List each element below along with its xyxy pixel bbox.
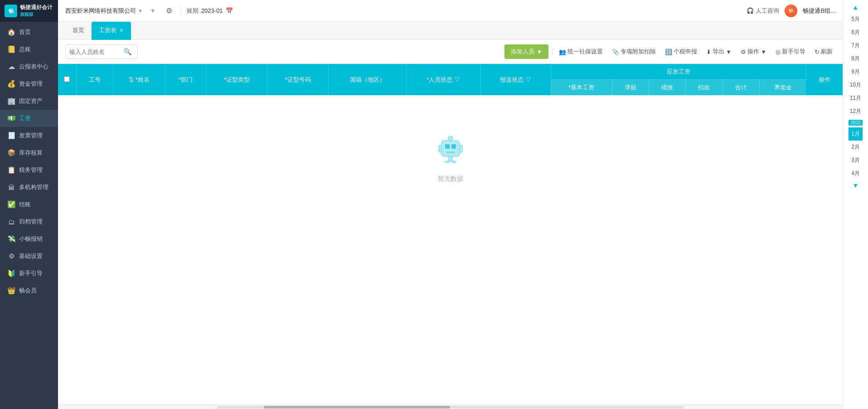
nav-label-tax: 税务管理 [19, 166, 43, 174]
nav-icon-cloud-report: ☁ [7, 63, 15, 71]
headset-icon: 🎧 [747, 7, 754, 14]
sidebar-item-cloud-report[interactable]: ☁云报表中心 [0, 58, 58, 75]
sidebar-item-invoice[interactable]: 🧾发票管理 [0, 127, 58, 144]
th-deduction: 扣款 [686, 80, 723, 96]
nav-label-salary: 工资 [19, 114, 31, 122]
calendar-icon[interactable]: 📅 [226, 7, 233, 14]
th-name: ⇅ *姓名 [113, 64, 165, 95]
tab-salary-table[interactable]: 工资表 ✕ [92, 22, 131, 40]
nav-label-cloud-report: 云报表中心 [19, 63, 48, 71]
month-item-2023-9[interactable]: 2月 [849, 141, 862, 154]
dropdown-arrow-icon: ▼ [536, 49, 542, 55]
sidebar-item-home[interactable]: 🏠首页 [0, 24, 58, 41]
select-all-checkbox[interactable] [64, 76, 70, 82]
sidebar-item-guide[interactable]: 🔰新手引导 [0, 265, 58, 282]
nav-label-guide: 新手引导 [19, 269, 43, 278]
sort-icon: ⇅ [129, 76, 134, 83]
svg-rect-6 [451, 161, 456, 163]
add-person-label: 添加人员 [511, 48, 534, 56]
customer-service-button[interactable]: 🎧 人工咨询 [747, 7, 779, 15]
month-item-2022-4[interactable]: 9月 [849, 65, 862, 78]
tax-report-button[interactable]: 🔢 个税申报 [662, 44, 700, 59]
sidebar-item-expense[interactable]: 💸小畅报销 [0, 230, 58, 248]
user-name: 畅捷通B组... [803, 7, 835, 15]
filter-icon-person-status[interactable]: ▽ [454, 76, 460, 83]
month-item-2022-6[interactable]: 11月 [849, 92, 862, 105]
add-company-button[interactable]: ＋ [146, 5, 159, 17]
export-button[interactable]: ⬇ 导出 ▼ [703, 44, 734, 59]
nav-icon-settings: ⚙ [7, 252, 15, 260]
sidebar-item-archive[interactable]: 🗂归档管理 [0, 213, 58, 230]
nav-label-settings: 基础设置 [19, 252, 43, 260]
nav-label-inventory: 库存核算 [19, 149, 43, 157]
sidebar-item-fixed-assets[interactable]: 🏢固定资产 [0, 93, 58, 110]
sidebar-item-inventory[interactable]: 📦库存核算 [0, 144, 58, 161]
th-id-type: *证型类型 [206, 64, 267, 95]
toolbar-divider [552, 48, 553, 55]
nav-label-multi-org: 多机构管理 [19, 183, 48, 191]
refresh-button[interactable]: ↻ 刷新 [812, 44, 835, 59]
sidebar-item-settle[interactable]: ✅结账 [0, 196, 58, 213]
scrollbar-thumb[interactable] [264, 406, 451, 409]
scrollbar-track [217, 406, 684, 409]
nav-label-member: 畅会员 [19, 287, 37, 295]
guide-icon: ◎ [776, 49, 781, 55]
sidebar-item-member[interactable]: 👑畅会员 [0, 282, 58, 299]
salary-table: 工号 ⇅ *姓名 *部门 *证型类型 *证型号码 [58, 64, 843, 219]
th-id-number: *证型号码 [267, 64, 329, 95]
sidebar-item-ledger[interactable]: 📒总账 [0, 41, 58, 58]
company-selector[interactable]: 西安虾米网络科技有限公司 ▼ [65, 7, 143, 15]
tax-icon: 🔢 [665, 49, 672, 55]
month-item-2022-5[interactable]: 10月 [849, 78, 862, 92]
sidebar-item-tax[interactable]: 📋税务管理 [0, 161, 58, 179]
month-item-2023-11[interactable]: 4月 [849, 167, 862, 180]
month-item-2022-1[interactable]: 6月 [849, 26, 862, 39]
month-item-2022-7[interactable]: 12月 [849, 105, 862, 118]
month-prev-button[interactable]: ▲ [843, 2, 868, 13]
th-allowance: 津贴 [612, 80, 649, 96]
horizontal-scrollbar[interactable] [58, 404, 843, 409]
month-item-2022-0[interactable]: 5月 [849, 13, 862, 26]
month-item-2022-2[interactable]: 7月 [849, 39, 862, 52]
filter-icon-report-status[interactable]: ▽ [525, 76, 531, 83]
month-panel: ▲ 5月6月7月8月9月10月11月12月20231月2月3月4月 ▼ [843, 0, 868, 409]
app-title: 畅捷通好会计 [20, 4, 53, 11]
settings-button[interactable]: ⚙ [163, 5, 175, 17]
svg-rect-2 [451, 144, 456, 149]
search-box[interactable]: 🔍 [65, 44, 138, 59]
nav-icon-fund: 💰 [7, 80, 15, 88]
th-checkbox[interactable] [58, 64, 76, 95]
guide-button[interactable]: ◎ 新手引导 [773, 44, 808, 59]
nav-label-invoice: 发票管理 [19, 131, 43, 140]
search-input[interactable] [69, 49, 124, 55]
nav-label-fixed-assets: 固定资产 [19, 97, 43, 105]
nav-icon-member: 👑 [7, 287, 15, 295]
nav-icon-ledger: 📒 [7, 45, 15, 54]
export-icon: ⬇ [706, 49, 711, 55]
add-person-button[interactable]: 添加人员 ▼ [504, 44, 548, 59]
sidebar-item-salary[interactable]: 💵工资 [0, 110, 58, 127]
tab-home[interactable]: 首页 [65, 22, 92, 40]
operation-button[interactable]: ⚙ 操作 ▼ [738, 44, 769, 59]
special-deduction-button[interactable]: 📎 专项附加扣除 [609, 44, 659, 59]
app-edition: 旗舰版 [20, 11, 53, 18]
sidebar-item-multi-org[interactable]: 🏛多机构管理 [0, 179, 58, 196]
month-item-2023-8[interactable]: 1月 [849, 127, 862, 141]
svg-rect-0 [441, 141, 460, 156]
social-insurance-button[interactable]: 👥 统一社保设置 [556, 44, 606, 59]
th-employee-id: 工号 [76, 64, 113, 95]
tab-close-icon[interactable]: ✕ [119, 27, 124, 34]
sidebar-item-fund[interactable]: 💰资金管理 [0, 75, 58, 93]
month-item-2022-3[interactable]: 8月 [849, 52, 862, 65]
empty-robot-icon [432, 131, 469, 168]
nav-icon-archive: 🗂 [7, 218, 15, 226]
sidebar: 畅 畅捷通好会计 旗舰版 🏠首页📒总账☁云报表中心💰资金管理🏢固定资产💵工资🧾发… [0, 0, 58, 409]
sidebar-item-settings[interactable]: ⚙基础设置 [0, 248, 58, 265]
nav-icon-multi-org: 🏛 [7, 184, 15, 191]
period-selector: 账期 2023-01 📅 [187, 7, 233, 15]
svg-rect-1 [445, 144, 450, 149]
tabbar: 首页 工资表 ✕ [58, 22, 843, 40]
month-item-2023-10[interactable]: 3月 [849, 154, 862, 167]
deduction-icon: 📎 [612, 49, 619, 55]
month-next-button[interactable]: ▼ [843, 180, 868, 191]
